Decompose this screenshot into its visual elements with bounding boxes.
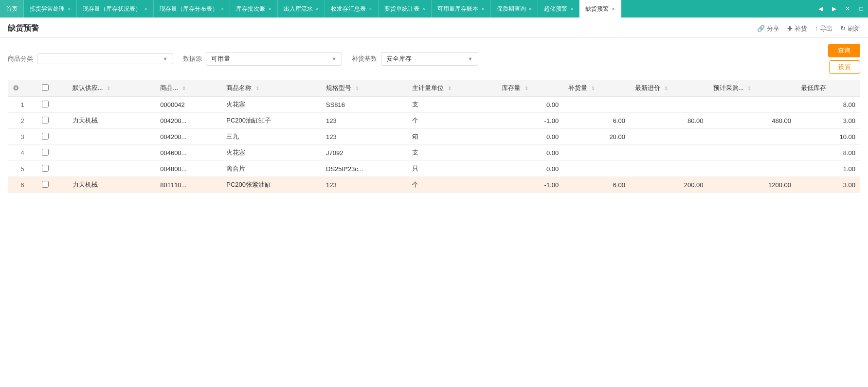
row-est_purchase-2 [708,129,796,145]
row-stock-3: 0.00 [497,145,563,161]
tab-close-expiry-query[interactable]: × [529,6,532,12]
row-latest_price-5: 200.00 [630,177,708,193]
replenish-btn[interactable]: ✚ 补货 [787,24,807,33]
row-spec-4: DS250*23c... [321,161,407,177]
row-num-3: 4 [8,145,37,161]
row-default_supplier-5: 力天机械 [68,177,155,193]
tab-bar: 首页拣货异常处理×现存量（库存状况表）×现存量（库存分布表）×库存批次账×出入库… [0,0,868,18]
sort-unit-icon[interactable]: ⇕ [448,86,452,91]
row-checkbox-4[interactable] [42,165,49,172]
tab-close-shortage-warn[interactable]: × [612,6,615,12]
filter-right-buttons: 查询 设置 [828,44,860,74]
sort-replenish-icon[interactable]: ⇕ [591,86,595,91]
category-select[interactable]: ▼ [37,53,173,64]
tab-close-stock-dist[interactable]: × [221,6,224,12]
row-replenish-2: 20.00 [563,129,630,145]
tab-close-recv-summary[interactable]: × [369,6,372,12]
tab-home[interactable]: 首页 [0,0,24,18]
header-actions: 🔗 分享 ✚ 补货 ↑ 导出 ↻ 刷新 [757,24,861,33]
row-est_purchase-4 [708,161,796,177]
row-goods_code-2: 004200... [155,129,221,145]
col-checkbox [37,80,67,97]
col-settings[interactable]: ⚙ [8,80,37,97]
query-button[interactable]: 查询 [828,44,860,57]
col-latest-price-label: 最新进价 [635,84,660,91]
tab-recv-summary[interactable]: 收发存汇总表× [325,0,378,18]
row-min_stock-0: 8.00 [796,97,860,113]
replenish-basis-filter-group: 补货基数 安全库存 ▼ [352,52,478,66]
table-container: ⚙ 默认供应... ⇕ 商品... ⇕ 商品名称 ⇕ [0,80,868,193]
datasource-label: 数据源 [183,54,202,63]
tab-stock-dist[interactable]: 现存量（库存分布表）× [154,0,230,18]
sort-est-purchase-icon[interactable]: ⇕ [747,86,751,91]
row-checkbox-cell-2 [37,129,67,145]
row-latest_price-0 [630,97,708,113]
tab-stock-status[interactable]: 现存量（库存状况表）× [77,0,153,18]
row-checkbox-5[interactable] [42,181,49,188]
tab-close-overstock-warn[interactable]: × [570,6,573,12]
row-checkbox-1[interactable] [42,117,49,123]
tab-close-req-stats[interactable]: × [422,6,425,12]
tab-expiry-query[interactable]: 保质期查询× [491,0,538,18]
settings-icon[interactable]: ⚙ [13,84,19,92]
tab-next-btn[interactable]: ▶ [827,0,841,18]
tab-maximize-btn[interactable]: □ [854,0,868,18]
row-checkbox-2[interactable] [42,133,49,140]
settings-button[interactable]: 设置 [829,60,860,74]
main-content: 缺货预警 🔗 分享 ✚ 补货 ↑ 导出 ↻ 刷新 商品分类 [0,18,868,387]
tab-batch-account[interactable]: 库存批次账× [230,0,277,18]
row-replenish-3 [563,145,630,161]
col-spec-label: 规格型号 [326,84,351,91]
row-checkbox-0[interactable] [42,101,49,107]
col-stock-label: 库存量 [502,84,521,91]
col-replenish-label: 补货量 [568,84,587,91]
tab-shortage-warn[interactable]: 缺货预警× [579,0,621,18]
tab-inout-flow[interactable]: 出入库流水× [278,0,325,18]
tab-close-stock-status[interactable]: × [144,6,147,12]
row-spec-2: 123 [321,129,407,145]
tab-available-ledger[interactable]: 可用量库存账本× [432,0,490,18]
row-replenish-5: 6.00 [563,177,630,193]
tab-close-all-btn[interactable]: ✕ [841,0,854,18]
row-latest_price-2 [630,129,708,145]
sort-spec-icon[interactable]: ⇕ [355,86,359,91]
tab-close-available-ledger[interactable]: × [481,6,484,12]
replenish-basis-select-text: 安全库存 [386,54,412,63]
select-all-checkbox[interactable] [42,84,49,91]
sort-stock-icon[interactable]: ⇕ [524,86,528,91]
row-unit-4: 只 [407,161,497,177]
col-goods-name-label: 商品名称 [226,84,252,91]
row-num-0: 1 [8,97,37,113]
replenish-basis-label: 补货基数 [352,54,377,63]
tab-prev-btn[interactable]: ◀ [814,0,827,18]
row-unit-0: 支 [407,97,497,113]
refresh-btn[interactable]: ↻ 刷新 [840,24,860,33]
row-unit-2: 箱 [407,129,497,145]
tab-close-batch-account[interactable]: × [268,6,271,12]
sort-default-supplier-icon[interactable]: ⇕ [107,86,110,91]
table-header: ⚙ 默认供应... ⇕ 商品... ⇕ 商品名称 ⇕ [8,80,860,97]
share-btn[interactable]: 🔗 分享 [757,24,779,33]
sort-goods-code-icon[interactable]: ⇕ [182,86,186,91]
table-row: 2力天机械004200...PC200油缸缸子123个-1.006.0080.0… [8,113,860,129]
sort-latest-price-icon[interactable]: ⇕ [664,86,668,91]
row-checkbox-3[interactable] [42,149,49,156]
tab-abnormal[interactable]: 拣货异常处理× [24,0,77,18]
row-checkbox-cell-5 [37,177,67,193]
row-num-2: 3 [8,129,37,145]
tab-req-stats[interactable]: 要货单统计表× [379,0,432,18]
tab-overstock-warn[interactable]: 超储预警× [538,0,579,18]
datasource-select[interactable]: 可用量 ▼ [206,52,342,66]
col-goods-code-label: 商品... [160,84,178,91]
row-min_stock-1: 3.00 [796,113,860,129]
datasource-select-text: 可用量 [211,54,230,63]
replenish-basis-select[interactable]: 安全库存 ▼ [381,52,478,66]
row-checkbox-cell-4 [37,161,67,177]
row-unit-1: 个 [407,113,497,129]
col-spec: 规格型号 ⇕ [321,80,407,97]
tab-close-abnormal[interactable]: × [68,6,71,12]
sort-goods-name-icon[interactable]: ⇕ [255,86,259,91]
export-btn[interactable]: ↑ 导出 [815,24,833,33]
row-stock-5: -1.00 [497,177,563,193]
tab-close-inout-flow[interactable]: × [316,6,319,12]
